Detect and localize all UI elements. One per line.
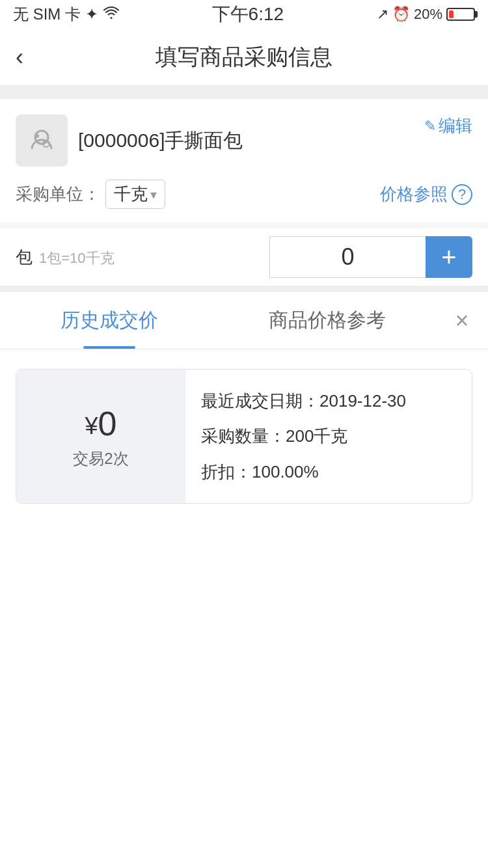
location-icon: ↗ [377,6,388,23]
help-icon: ? [452,184,472,205]
discount-label: 折扣： [201,462,252,481]
pkg-unit-icon: 包 [16,246,33,269]
quantity-controls: 0 + [269,236,472,278]
edit-icon: ✎ [424,118,436,135]
quantity-row: 包 1包=10千克 0 + [0,228,488,286]
back-button[interactable]: ‹ [16,44,23,71]
section-divider [0,222,488,228]
discount-value: 100.00% [252,462,319,481]
status-right: ↗ ⏰ 20% [377,6,475,23]
tab-history-label: 历史成交价 [61,307,158,334]
status-left: 无 SIM 卡 ✦ [13,4,119,25]
close-icon: × [455,307,468,334]
history-card-right: 最近成交日期：2019-12-30 采购数量：200千克 折扣：100.00% [185,370,472,503]
nav-bar: ‹ 填写商品采购信息 [0,29,488,86]
quantity-input[interactable]: 0 [269,236,426,278]
history-card-left: ¥0 交易2次 [16,370,185,503]
price-ref-label: 价格参照 [380,183,448,206]
status-time: 下午6:12 [212,2,284,27]
price-value: 0 [98,405,117,442]
tab-active-indicator [83,346,135,349]
edit-button[interactable]: ✎ 编辑 [424,115,472,137]
history-trade-times: 交易2次 [73,448,128,469]
qty-label: 采购数量： [201,426,286,446]
page-title: 填写商品采购信息 [156,42,332,72]
status-bar: 无 SIM 卡 ✦ 下午6:12 ↗ ⏰ 20% [0,0,488,29]
edit-label: 编辑 [439,115,472,137]
history-qty-row: 采购数量：200千克 [201,424,456,448]
history-content: ¥0 交易2次 最近成交日期：2019-12-30 采购数量：200千克 折扣：… [0,349,488,523]
pkg-hint: 1包=10千克 [39,249,115,268]
product-card: [0000006]手撕面包 ✎ 编辑 采购单位： 千克 ▾ 价格参照 ? [0,99,488,222]
svg-point-1 [35,134,39,138]
price-ref-button[interactable]: 价格参照 ? [380,183,472,206]
back-icon: ‹ [16,44,23,70]
history-date-row: 最近成交日期：2019-12-30 [201,389,456,413]
battery-fill [449,10,454,18]
history-card: ¥0 交易2次 最近成交日期：2019-12-30 采购数量：200千克 折扣：… [16,369,472,504]
quantity-value: 0 [341,243,354,271]
product-left: [0000006]手撕面包 [16,115,243,167]
product-thumbnail [16,115,68,167]
bottom-fill [0,523,488,868]
chevron-down-icon: ▾ [150,187,157,202]
battery-icon [446,8,475,21]
wifi-icon [103,5,119,23]
unit-label: 采购单位： 千克 ▾ [16,180,165,209]
alarm-icon: ⏰ [392,6,410,23]
date-label: 最近成交日期： [201,391,319,411]
history-price: ¥0 [85,404,117,443]
tab-price-reference[interactable]: 商品价格参考 [218,292,436,349]
tab-price-ref-label: 商品价格参考 [269,307,386,334]
quantity-left: 包 1包=10千克 [16,246,115,269]
price-symbol: ¥ [85,413,98,439]
tabs-header: 历史成交价 商品价格参考 × [0,292,488,349]
tabs-close-button[interactable]: × [436,307,488,334]
history-discount-row: 折扣：100.00% [201,460,456,483]
date-value: 2019-12-30 [319,391,406,411]
tab-history-price[interactable]: 历史成交价 [0,292,218,349]
plus-icon: + [441,243,456,272]
product-name: [0000006]手撕面包 [78,128,243,154]
qty-value: 200千克 [286,426,347,446]
sim-label: 无 SIM 卡 ✦ [13,4,98,25]
product-unit-row: 采购单位： 千克 ▾ 价格参照 ? [16,180,472,209]
tabs-panel: 历史成交价 商品价格参考 × ¥0 交易2次 最近成交日期：2019-12-30 [0,292,488,523]
unit-value: 千克 [114,183,148,206]
unit-select[interactable]: 千克 ▾ [105,180,165,209]
product-top: [0000006]手撕面包 ✎ 编辑 [16,115,472,167]
battery-percent: 20% [414,6,442,23]
quantity-plus-button[interactable]: + [426,236,472,278]
